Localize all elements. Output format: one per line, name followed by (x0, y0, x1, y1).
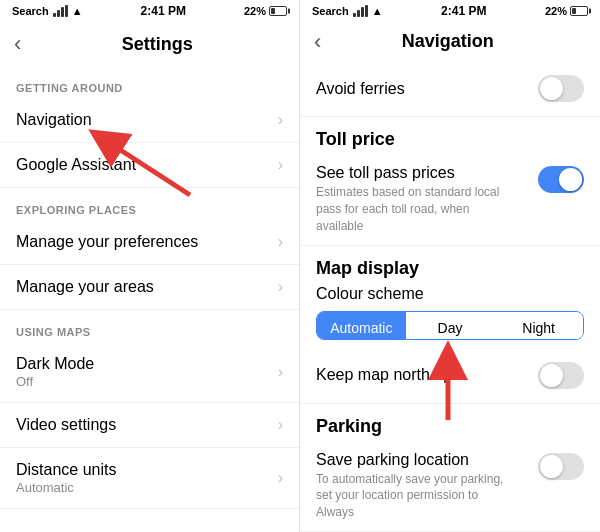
left-percent: 22% (244, 5, 266, 17)
section-using-maps: USING MAPS (0, 310, 299, 342)
right-row-save-parking: Save parking location To automatically s… (300, 441, 600, 532)
manage-areas-chevron: › (278, 278, 283, 296)
right-row-avoid-ferries: Avoid ferries (300, 61, 600, 117)
right-panel: Search ▲ 2:41 PM 22% ‹ Navigation (300, 0, 600, 532)
toll-pass-toggle[interactable] (538, 166, 584, 193)
nav-row-manage-prefs[interactable]: Manage your preferences › (0, 220, 299, 265)
left-battery-area: 22% (244, 5, 287, 17)
right-nav-bar: ‹ Navigation (300, 22, 600, 61)
left-nav-bar: ‹ Settings (0, 22, 299, 66)
scheme-btn-automatic[interactable]: Automatic (317, 312, 406, 339)
colour-scheme-selector: Automatic Day Night (316, 311, 584, 340)
nav-row-dark-mode[interactable]: Dark Mode Off › (0, 342, 299, 403)
left-status-bar: Search ▲ 2:41 PM 22% (0, 0, 299, 22)
right-status-left: Search ▲ (312, 5, 383, 17)
colour-scheme-label: Colour scheme (316, 285, 424, 302)
map-north-toggle[interactable] (538, 362, 584, 389)
video-settings-chevron: › (278, 416, 283, 434)
left-time: 2:41 PM (141, 4, 186, 18)
map-display-section: Map display (300, 246, 600, 283)
left-back-button[interactable]: ‹ (14, 33, 21, 55)
manage-prefs-title: Manage your preferences (16, 233, 278, 251)
right-status-bar: Search ▲ 2:41 PM 22% (300, 0, 600, 22)
avoid-ferries-toggle[interactable] (538, 75, 584, 102)
left-status-left: Search ▲ (12, 5, 83, 17)
save-parking-subtitle: To automatically save your parking, set … (316, 471, 516, 521)
distance-units-title: Distance units (16, 461, 278, 479)
distance-units-chevron: › (278, 469, 283, 487)
toll-pass-label: See toll pass prices (316, 164, 528, 182)
right-time: 2:41 PM (441, 4, 486, 18)
right-row-toll-pass: See toll pass prices Estimates based on … (300, 154, 600, 245)
right-battery-icon (570, 6, 588, 16)
colour-scheme-label-row: Colour scheme (300, 283, 600, 307)
section-exploring-places: EXPLORING PLACES (0, 188, 299, 220)
right-back-button[interactable]: ‹ (314, 31, 321, 53)
right-wifi-icon: ▲ (372, 5, 383, 17)
distance-units-subtitle: Automatic (16, 480, 278, 495)
dark-mode-title: Dark Mode (16, 355, 278, 373)
right-search-text: Search (312, 5, 349, 17)
left-wifi-icon: ▲ (72, 5, 83, 17)
scheme-btn-night[interactable]: Night (494, 312, 583, 339)
video-settings-title: Video settings (16, 416, 278, 434)
nav-title: Navigation (16, 111, 278, 129)
right-row-map-north: Keep map north up (300, 348, 600, 404)
right-battery-area: 22% (545, 5, 588, 17)
nav-row-google-assistant[interactable]: Google Assistant › (0, 143, 299, 188)
google-assistant-title: Google Assistant (16, 156, 278, 174)
avoid-ferries-label: Avoid ferries (316, 80, 405, 98)
manage-prefs-chevron: › (278, 233, 283, 251)
left-page-title: Settings (29, 34, 285, 55)
toll-price-section: Toll price (300, 117, 600, 154)
toll-pass-subtitle: Estimates based on standard local pass f… (316, 184, 516, 234)
nav-row-video-settings[interactable]: Video settings › (0, 403, 299, 448)
scheme-btn-day[interactable]: Day (406, 312, 495, 339)
right-percent: 22% (545, 5, 567, 17)
nav-row-distance-units[interactable]: Distance units Automatic › (0, 448, 299, 509)
parking-section: Parking (300, 404, 600, 441)
manage-areas-title: Manage your areas (16, 278, 278, 296)
left-signal-icon (53, 5, 68, 17)
right-page-title: Navigation (329, 31, 566, 52)
section-getting-around: GETTING AROUND (0, 66, 299, 98)
left-search-text: Search (12, 5, 49, 17)
left-battery-icon (269, 6, 287, 16)
map-north-label: Keep map north up (316, 366, 452, 384)
nav-row-manage-areas[interactable]: Manage your areas › (0, 265, 299, 310)
save-parking-label: Save parking location (316, 451, 528, 469)
right-signal-icon (353, 5, 368, 17)
save-parking-toggle[interactable] (538, 453, 584, 480)
dark-mode-chevron: › (278, 363, 283, 381)
google-assistant-chevron: › (278, 156, 283, 174)
dark-mode-subtitle: Off (16, 374, 278, 389)
left-panel: Search ▲ 2:41 PM 22% ‹ Settings (0, 0, 300, 532)
nav-row-navigation[interactable]: Navigation › (0, 98, 299, 143)
nav-chevron: › (278, 111, 283, 129)
